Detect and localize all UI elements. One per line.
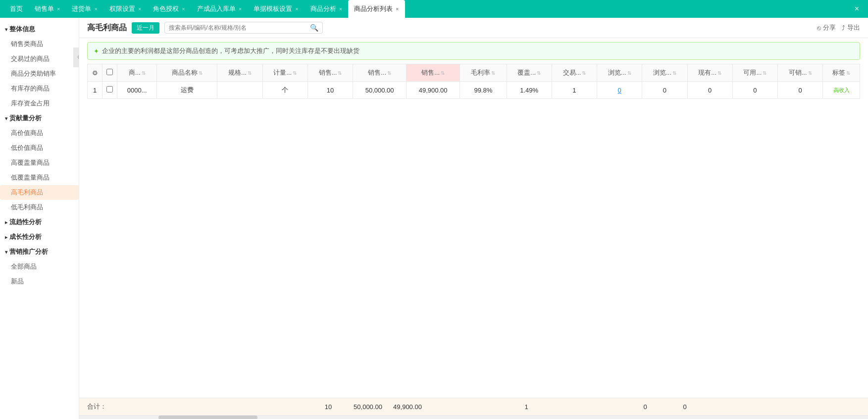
content-header: 高毛利商品 近一月 🔍 ⎋ 分享 ⤴ 导出 xyxy=(79,18,868,38)
cell-tag: 高收入 xyxy=(823,82,860,99)
arrow-down-icon2: ▾ xyxy=(5,116,7,121)
cell-index: 1 xyxy=(88,82,102,99)
col-views2[interactable]: 浏览...⇅ xyxy=(642,64,687,82)
sidebar-group-overall[interactable]: ▾ 整体信息 xyxy=(0,22,79,37)
filter-period-button[interactable]: 近一月 xyxy=(132,22,159,34)
cell-sales-qty: 10 xyxy=(307,82,353,99)
cell-stock-available: 0 xyxy=(732,82,777,99)
cell-checkbox[interactable] xyxy=(102,82,117,99)
cell-coverage: 1.49% xyxy=(507,82,552,99)
sidebar-group-trend[interactable]: ▸ 流趋性分析 xyxy=(0,215,79,230)
cell-views2: 0 xyxy=(642,82,687,99)
scrollbar-thumb[interactable] xyxy=(158,416,257,419)
share-button[interactable]: ⎋ 分享 xyxy=(817,23,836,32)
sidebar-group-growth[interactable]: ▸ 成长性分析 xyxy=(0,230,79,244)
search-box: 🔍 xyxy=(164,22,323,34)
sidebar: 《 ▾ 整体信息 销售类商品 交易过的商品 商品分类助销率 有库存的商品 库存资… xyxy=(0,18,79,419)
nav-analysis[interactable]: 商品分析 × xyxy=(305,0,348,18)
cell-sku-code: 0000... xyxy=(117,82,157,99)
sidebar-group-contribution[interactable]: ▾ 贡献量分析 xyxy=(0,111,79,126)
close-products-tab[interactable]: × xyxy=(239,6,242,12)
nav-permissions[interactable]: 权限设置 × xyxy=(103,0,147,18)
sidebar-item-all-goods[interactable]: 全部商品 xyxy=(0,259,79,274)
bottom-scrollbar[interactable] xyxy=(79,415,868,419)
sidebar-item-sales-goods[interactable]: 销售类商品 xyxy=(0,37,79,51)
close-analysis-tab[interactable]: × xyxy=(339,6,342,12)
sidebar-item-capital[interactable]: 库存资金占用 xyxy=(0,96,79,111)
close-roles-tab[interactable]: × xyxy=(182,6,185,12)
cell-sales-cost: 49,900.00 xyxy=(407,82,460,99)
cell-transaction: 1 xyxy=(552,82,597,99)
topnav: 首页 销售单 × 进货单 × 权限设置 × 角色授权 × 产成品入库单 × 单据… xyxy=(0,0,868,18)
close-sales-tab[interactable]: × xyxy=(57,6,60,12)
cell-stock-sellable: 0 xyxy=(778,82,823,99)
main-layout: 《 ▾ 整体信息 销售类商品 交易过的商品 商品分类助销率 有库存的商品 库存资… xyxy=(0,18,868,419)
page-title: 高毛利商品 xyxy=(87,23,127,33)
col-sales-cost[interactable]: 销售...⇅ xyxy=(407,64,460,82)
cell-unit: 个 xyxy=(262,82,307,99)
col-coverage[interactable]: 覆盖...⇅ xyxy=(507,64,552,82)
col-margin-rate[interactable]: 毛利率⇅ xyxy=(460,64,507,82)
close-analysis-list-tab[interactable]: × xyxy=(396,6,399,12)
sidebar-collapse-btn[interactable]: 《 xyxy=(73,47,79,67)
cell-views1[interactable]: 0 xyxy=(597,82,642,99)
sidebar-item-instock[interactable]: 有库存的商品 xyxy=(0,81,79,96)
nav-purchase[interactable]: 进货单 × xyxy=(66,0,103,18)
col-stock-current[interactable]: 现有...⇅ xyxy=(687,64,732,82)
table-row: 1 0000... 运费 个 10 50,000.00 49,900.00 99… xyxy=(88,82,860,99)
col-unit[interactable]: 计量...⇅ xyxy=(262,64,307,82)
col-transaction[interactable]: 交易...⇅ xyxy=(552,64,597,82)
row-checkbox[interactable] xyxy=(106,86,113,93)
footer-sales-amount: 50,000.00 xyxy=(348,403,388,411)
sidebar-item-high-value[interactable]: 高价值商品 xyxy=(0,126,79,140)
search-input[interactable] xyxy=(169,24,310,31)
nav-sales[interactable]: 销售单 × xyxy=(29,0,66,18)
col-spec[interactable]: 规格...⇅ xyxy=(217,64,262,82)
sidebar-item-high-coverage[interactable]: 高覆盖量商品 xyxy=(0,155,79,170)
header-actions: ⎋ 分享 ⤴ 导出 xyxy=(817,23,860,32)
col-stock-available[interactable]: 可用...⇅ xyxy=(732,64,777,82)
close-permissions-tab[interactable]: × xyxy=(138,6,141,12)
sidebar-item-traded-goods[interactable]: 交易过的商品 xyxy=(0,51,79,66)
arrow-right-icon: ▸ xyxy=(5,220,7,225)
nav-template[interactable]: 单据模板设置 × xyxy=(248,0,304,18)
footer-stock-available: 0 xyxy=(665,403,705,411)
footer-sales-cost: 49,900.00 xyxy=(388,403,427,411)
content-area: 高毛利商品 近一月 🔍 ⎋ 分享 ⤴ 导出 ✦ 企业的主要的利润都是这部分商品创… xyxy=(79,18,868,419)
sidebar-item-new-goods[interactable]: 新品 xyxy=(0,274,79,289)
data-table: ⚙ 商...⇅ 商品名称⇅ 规格...⇅ 计量...⇅ 销售...⇅ 销售...… xyxy=(87,64,860,99)
close-purchase-tab[interactable]: × xyxy=(94,6,97,12)
col-name[interactable]: 商品名称⇅ xyxy=(157,64,217,82)
cell-name: 运费 xyxy=(157,82,217,99)
close-template-tab[interactable]: × xyxy=(295,6,298,12)
info-icon: ✦ xyxy=(94,47,99,55)
footer-sales-qty: 10 xyxy=(308,403,348,411)
sidebar-item-low-margin[interactable]: 低毛利商品 xyxy=(0,200,79,215)
sidebar-item-high-margin[interactable]: 高毛利商品 xyxy=(0,185,79,200)
col-sales-qty[interactable]: 销售...⇅ xyxy=(307,64,353,82)
sidebar-group-marketing[interactable]: ▾ 营销推广分析 xyxy=(0,244,79,259)
sidebar-item-low-coverage[interactable]: 低覆盖量商品 xyxy=(0,170,79,185)
footer-transaction: 1 xyxy=(507,403,546,411)
close-all-tabs[interactable]: × xyxy=(850,4,864,13)
export-button[interactable]: ⤴ 导出 xyxy=(842,23,860,32)
search-icon[interactable]: 🔍 xyxy=(310,24,318,32)
cell-stock-current: 0 xyxy=(687,82,732,99)
sidebar-item-category-assist[interactable]: 商品分类助销率 xyxy=(0,66,79,81)
col-tag[interactable]: 标签⇅ xyxy=(823,64,860,82)
col-settings[interactable]: ⚙ xyxy=(88,64,102,82)
select-all-checkbox[interactable] xyxy=(106,69,113,75)
col-sales-amount[interactable]: 销售...⇅ xyxy=(353,64,407,82)
sidebar-item-low-value[interactable]: 低价值商品 xyxy=(0,140,79,155)
col-stock-sellable[interactable]: 可销...⇅ xyxy=(778,64,823,82)
col-sku-code[interactable]: 商...⇅ xyxy=(117,64,157,82)
arrow-down-icon: ▾ xyxy=(5,27,7,32)
nav-home[interactable]: 首页 xyxy=(4,0,29,18)
footer-stock-current: 0 xyxy=(625,403,665,411)
col-views1[interactable]: 浏览...⇅ xyxy=(597,64,642,82)
col-checkbox[interactable] xyxy=(102,64,117,82)
nav-products[interactable]: 产成品入库单 × xyxy=(191,0,248,18)
cell-margin-rate: 99.8% xyxy=(460,82,507,99)
nav-roles[interactable]: 角色授权 × xyxy=(147,0,191,18)
nav-analysis-list[interactable]: 商品分析列表 × xyxy=(348,0,405,18)
